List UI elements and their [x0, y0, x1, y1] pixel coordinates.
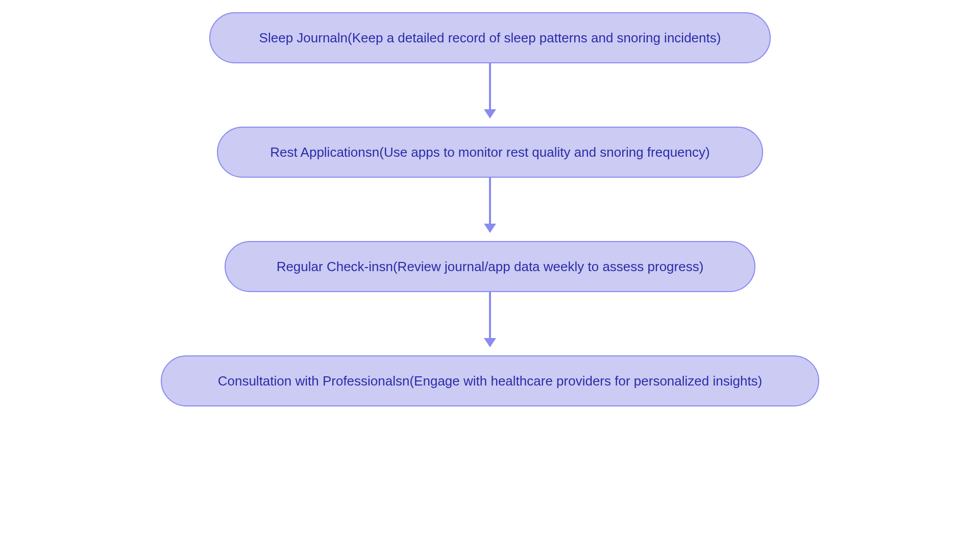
flowchart-node-rest-applications: Rest Applicationsn(Use apps to monitor r… — [217, 127, 763, 178]
node-label: Rest Applicationsn(Use apps to monitor r… — [270, 145, 709, 160]
node-label: Regular Check-insn(Review journal/app da… — [277, 259, 704, 275]
flowchart-node-consult-professionals: Consultation with Professionalsn(Engage … — [161, 355, 819, 406]
flowchart-arrow — [489, 292, 491, 346]
flowchart-container: Sleep Journaln(Keep a detailed record of… — [0, 0, 980, 553]
flowchart-node-regular-checkins: Regular Check-insn(Review journal/app da… — [225, 241, 755, 292]
flowchart-node-sleep-journal: Sleep Journaln(Keep a detailed record of… — [209, 12, 771, 63]
flowchart-arrow — [489, 178, 491, 232]
node-label: Consultation with Professionalsn(Engage … — [218, 373, 763, 389]
flowchart-arrow — [489, 63, 491, 117]
node-label: Sleep Journaln(Keep a detailed record of… — [259, 30, 721, 46]
